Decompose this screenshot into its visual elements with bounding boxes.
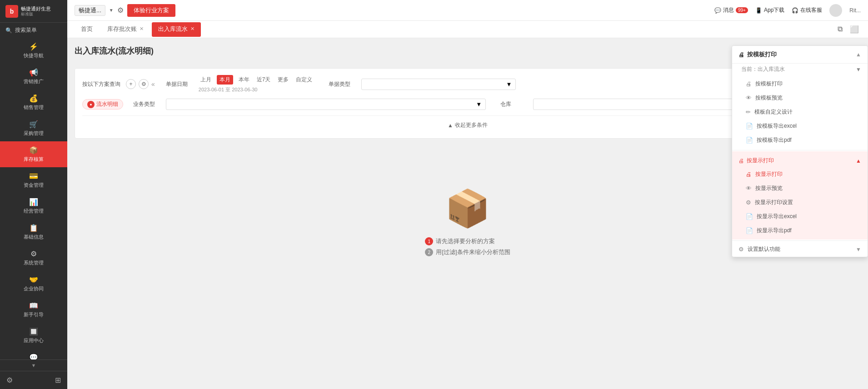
sidebar-item-system[interactable]: ⚙ 系统管理	[0, 245, 67, 271]
sidebar-item-wechat[interactable]: 💬 企业微信	[0, 349, 67, 359]
display-section-toggle[interactable]: ▲	[856, 158, 861, 164]
dropdown-item-display-pdf[interactable]: 📄 按显示导出pdf	[732, 224, 868, 238]
sidebar-item-inventory[interactable]: 📦 库存核算	[0, 141, 67, 167]
type-dropdown[interactable]: ▼	[361, 79, 516, 90]
display-excel-icon: 📄	[746, 213, 753, 220]
date-tab-7days[interactable]: 近7天	[255, 75, 273, 85]
header-gear-icon[interactable]: ⚙	[117, 6, 124, 15]
step-1-num: 1	[425, 237, 433, 245]
date-tab-last-month[interactable]: 上月	[199, 75, 213, 85]
filter-collapse-btn[interactable]: «	[151, 80, 155, 88]
sidebar-search-item[interactable]: 🔍 搜索菜单	[0, 23, 67, 38]
collapse-sidebar-icon[interactable]: ⊞	[55, 376, 61, 384]
system-icon: ⚙	[30, 249, 37, 258]
date-tab-custom[interactable]: 自定义	[294, 75, 314, 85]
company-dropdown-arrow[interactable]: ▼	[109, 8, 114, 13]
business-type-label: 业务类型	[133, 100, 160, 108]
sidebar-item-label: 营销推广	[24, 78, 44, 85]
tab-flow-close[interactable]: ✕	[190, 26, 195, 32]
filter-add-btn[interactable]: +	[126, 79, 136, 89]
app-download-label: App下载	[764, 6, 784, 14]
dropdown-item-template-excel[interactable]: 📄 按模板导出excel	[732, 119, 868, 133]
app-download-btn[interactable]: 📱 App下载	[755, 6, 784, 14]
collapse-filter-label: 收起更多条件	[455, 121, 488, 129]
dropdown-display-header[interactable]: 🖨 按显示打印 ▲	[732, 153, 868, 167]
messages-btn[interactable]: 💬 消息 99+	[714, 6, 748, 14]
sidebar-item-basic[interactable]: 📋 基础信息	[0, 219, 67, 245]
filter-settings-btn[interactable]: ⚙	[139, 79, 149, 89]
step-2-num: 2	[425, 248, 433, 256]
tab-flow-label: 出入库流水	[158, 25, 188, 33]
window-maximize-icon[interactable]: ⬜	[848, 24, 861, 35]
online-service-btn[interactable]: 🎧 在线客服	[792, 6, 822, 14]
messages-label: 消息	[723, 6, 734, 14]
window-restore-icon[interactable]: ⧉	[836, 24, 844, 35]
display-print-label: 按显示打印	[755, 170, 783, 178]
sidebar-item-purchase[interactable]: 🛒 采购管理	[0, 115, 67, 141]
header-right: 💬 消息 99+ 📱 App下载 🎧 在线客服 Rit...	[714, 4, 861, 17]
dropdown-item-display-settings[interactable]: ⚙ 按显示打印设置	[732, 195, 868, 209]
display-settings-label: 按显示打印设置	[755, 199, 793, 206]
dropdown-item-display-print[interactable]: 🖨 按显示打印	[732, 167, 868, 181]
dropdown-toggle-icon[interactable]: ▲	[856, 51, 861, 58]
display-pdf-label: 按显示导出pdf	[757, 227, 792, 234]
template-excel-icon: 📄	[746, 123, 753, 130]
date-range-display: 2023-06-01 至 2023-06-30	[199, 86, 314, 93]
inventory-icon: 📦	[29, 146, 38, 155]
collab-icon: 🤝	[29, 275, 38, 284]
sidebar-item-quicknav[interactable]: ⚡ 快捷导航	[0, 38, 67, 64]
company-selector[interactable]: 畅捷通...	[75, 5, 105, 16]
settings-footer-icon[interactable]: ⚙	[6, 376, 13, 384]
template-preview-icon: 👁	[746, 95, 752, 101]
guide-icon: 📖	[29, 301, 38, 310]
date-tab-this-month[interactable]: 本月	[217, 75, 233, 85]
template-print-icon: 🖨	[746, 80, 752, 87]
sidebar-item-appstore[interactable]: 🔲 应用中心	[0, 323, 67, 349]
tab-flow[interactable]: 出入库流水 ✕	[152, 22, 201, 37]
empty-steps: 1 请先选择要分析的方案 2 用[过滤]条件来缩小分析范围	[425, 237, 510, 259]
dropdown-item-display-excel[interactable]: 📄 按显示导出excel	[732, 209, 868, 224]
sidebar-item-collab[interactable]: 🤝 企业协同	[0, 271, 67, 297]
dropdown-item-template-preview[interactable]: 👁 按模板预览	[732, 91, 868, 105]
sidebar-search-label: 搜索菜单	[15, 26, 37, 34]
date-tab-more[interactable]: 更多	[276, 75, 290, 85]
phone-icon: 📱	[755, 7, 762, 14]
trial-button[interactable]: 体验行业方案	[127, 4, 175, 17]
dropdown-item-template-print[interactable]: 🖨 按模板打印	[732, 77, 868, 91]
sidebar-item-label: 基础信息	[24, 234, 44, 240]
edition-badge: 标准版	[21, 12, 51, 17]
dropdown-item-template-pdf[interactable]: 📄 按模板导出pdf	[732, 133, 868, 147]
type-filter-label: 单据类型	[329, 80, 356, 88]
sidebar-scroll-down[interactable]: ▼	[31, 363, 36, 368]
sidebar-item-finance[interactable]: 💳 资金管理	[0, 167, 67, 193]
dropdown-display-label: 按显示打印	[747, 157, 774, 165]
user-avatar[interactable]	[829, 4, 842, 17]
empty-state-icon: 📦	[445, 187, 490, 230]
dropdown-current-arrow[interactable]: ▼	[856, 66, 861, 73]
sidebar-item-label: 企业协同	[24, 285, 44, 292]
display-excel-label: 按显示导出excel	[757, 213, 797, 220]
header-user-section: 畅捷通... ▼ ⚙ 体验行业方案	[75, 4, 714, 17]
collapse-filter-btn[interactable]: ▲ 收起更多条件	[445, 119, 490, 132]
dropdown-item-default-setting[interactable]: ⚙ 设置默认功能 ▼	[732, 242, 868, 257]
dropdown-item-display-preview[interactable]: 👁 按显示预览	[732, 181, 868, 195]
business-type-dropdown[interactable]: ▼	[166, 99, 486, 110]
sidebar-item-operations[interactable]: 📊 经营管理	[0, 193, 67, 219]
sidebar-item-sales[interactable]: 💰 销售管理	[0, 90, 67, 115]
step-2-text: 用[过滤]条件来缩小分析范围	[436, 248, 510, 256]
tab-batch-account-label: 库存批次账	[107, 25, 137, 33]
sidebar-item-marketing[interactable]: 📢 营销推广	[0, 64, 67, 90]
tab-batch-account[interactable]: 库存批次账 ✕	[101, 22, 150, 37]
tab-home[interactable]: 首页	[75, 22, 99, 37]
dropdown-section-template: 🖨 按模板打印 👁 按模板预览 ✏ 模板自定义设计 📄 按模板导出excel 📄…	[732, 75, 868, 149]
sidebar-item-label: 资金管理	[24, 182, 44, 189]
sidebar-item-label: 应用中心	[24, 337, 44, 344]
dropdown-item-template-design[interactable]: ✏ 模板自定义设计	[732, 105, 868, 119]
template-design-label: 模板自定义设计	[754, 108, 793, 116]
template-design-icon: ✏	[746, 109, 751, 115]
basic-icon: 📋	[29, 224, 38, 232]
sidebar-item-guide[interactable]: 📖 新手引导	[0, 297, 67, 323]
display-preview-icon: 👁	[746, 185, 752, 192]
tab-batch-account-close[interactable]: ✕	[140, 26, 144, 32]
date-tab-this-year[interactable]: 本年	[237, 75, 251, 85]
